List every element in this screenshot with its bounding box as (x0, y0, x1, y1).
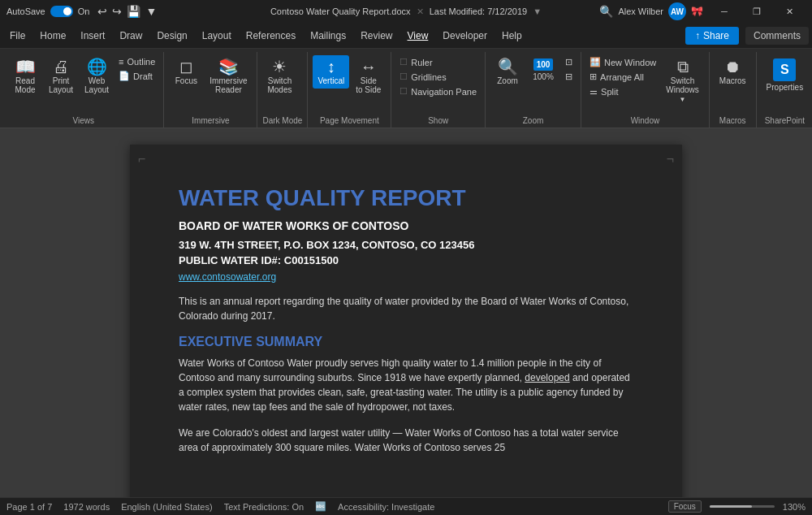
immersive-reader-button[interactable]: 📚 ImmersiveReader (205, 55, 252, 97)
side-to-side-button[interactable]: ↔ Sideto Side (351, 55, 386, 97)
sharepoint-content: S Properties (762, 52, 809, 115)
properties-icon: S (773, 58, 796, 81)
outline-button[interactable]: ≡ Outline (115, 55, 158, 68)
side-to-side-label: Sideto Side (356, 76, 381, 94)
draft-button[interactable]: 📄 Draft (115, 69, 158, 83)
modified-arrow: ▼ (533, 6, 542, 16)
focus-status-label: Focus (674, 502, 696, 511)
menu-help[interactable]: Help (495, 27, 529, 45)
gridlines-checkbox[interactable]: ☐ Gridlines (396, 70, 480, 84)
window-small-group: 🪟 New Window ⊞ Arrange All ⚌ Split (586, 55, 659, 98)
menu-mailings[interactable]: Mailings (304, 27, 352, 45)
save-icon[interactable]: 💾 (127, 5, 140, 18)
properties-label: Properties (767, 83, 804, 92)
navigation-pane-checkbox[interactable]: ☐ Navigation Pane (396, 84, 480, 98)
window-controls: ─ ❐ ✕ (708, 0, 806, 23)
new-window-button[interactable]: 🪟 New Window (586, 55, 659, 69)
gridlines-label: Gridlines (411, 72, 446, 82)
web-layout-button[interactable]: 🌐 WebLayout (80, 55, 114, 97)
arrange-all-button[interactable]: ⊞ Arrange All (586, 70, 659, 84)
dark-mode-label: Dark Mode (262, 115, 302, 128)
menu-references[interactable]: References (240, 27, 302, 45)
read-mode-button[interactable]: 📖 ReadMode (8, 55, 42, 97)
undo-icon[interactable]: ↩ (97, 5, 107, 18)
menu-insert[interactable]: Insert (74, 27, 111, 45)
macros-button[interactable]: ⏺ Macros (715, 55, 751, 89)
exec-underline: developed (525, 372, 569, 383)
word-count: 1972 words (63, 502, 110, 512)
document-subtitle: BOARD OF WATER WORKS OF CONTOSO (179, 219, 633, 232)
zoom-fill (710, 505, 752, 508)
zoom-button[interactable]: 🔍 Zoom (490, 55, 525, 89)
restore-button[interactable]: ❐ (741, 0, 773, 23)
macros-icon: ⏺ (724, 58, 741, 75)
menu-design[interactable]: Design (150, 27, 193, 45)
ribbon-group-zoom: 🔍 Zoom 100 100% ⊡ ⊟ Zoom (486, 52, 581, 128)
one-page-icon: ⊡ (565, 57, 572, 67)
menu-file[interactable]: File (3, 27, 32, 45)
zoom-100-button[interactable]: 100 100% (526, 55, 560, 84)
close-button[interactable]: ✕ (773, 0, 806, 23)
autosave-toggle[interactable] (50, 6, 73, 17)
minimize-button[interactable]: ─ (708, 0, 741, 23)
title-bar-left: AutoSave On ↩ ↪ 💾 ▼ (6, 5, 157, 18)
split-button[interactable]: ⚌ Split (586, 84, 659, 98)
read-mode-label: ReadMode (15, 76, 35, 94)
arrange-all-label: Arrange All (600, 72, 644, 82)
language[interactable]: English (United States) (121, 502, 213, 512)
document-pubid: PUBLIC WATER ID#: C00151500 (179, 254, 633, 266)
title-search-icon[interactable]: 🔍 (599, 5, 613, 18)
show-checkboxes: ☐ Ruler ☐ Gridlines ☐ Navigation Pane (396, 55, 480, 98)
menu-layout[interactable]: Layout (196, 27, 238, 45)
draft-icon: 📄 (119, 71, 130, 81)
text-predictions[interactable]: Text Predictions: On (224, 502, 304, 512)
one-page-button[interactable]: ⊡ (562, 55, 576, 69)
gridlines-check-icon: ☐ (400, 71, 408, 82)
comments-label: Comments (754, 30, 801, 41)
properties-button[interactable]: S Properties (762, 55, 809, 95)
title-bar-right: 🔍 Alex Wilber AW 🎀 ─ ❐ ✕ (599, 0, 806, 23)
document-website[interactable]: www.contosowater.org (179, 271, 633, 283)
share-button[interactable]: ↑ Share (685, 27, 739, 45)
ribbon-group-macros: ⏺ Macros Macros (710, 52, 757, 128)
comments-button[interactable]: Comments (745, 27, 809, 45)
redo-icon[interactable]: ↪ (112, 5, 122, 18)
document-page: ⌐ ¬ WATER QUALITY REPORT BOARD OF WATER … (130, 145, 682, 497)
exec-body-3: We are Colorado's oldest and largest wat… (179, 426, 633, 455)
vertical-button[interactable]: ↕ Vertical (313, 55, 349, 89)
switch-windows-button[interactable]: ⧉ SwitchWindows ▼ (661, 55, 704, 106)
outline-label: Outline (127, 57, 155, 67)
ruler-checkbox[interactable]: ☐ Ruler (396, 55, 480, 69)
focus-button[interactable]: ◻ Focus (169, 55, 203, 89)
print-layout-button[interactable]: 🖨 PrintLayout (44, 55, 78, 97)
menu-home[interactable]: Home (33, 27, 72, 45)
ribbon-group-views: 📖 ReadMode 🖨 PrintLayout 🌐 WebLayout ≡ O… (3, 52, 164, 128)
ribbon-group-page-movement: ↕ Vertical ↔ Sideto Side Page Movement (308, 52, 391, 128)
zoom-slider[interactable] (710, 505, 775, 508)
ruler-label: Ruler (411, 58, 432, 67)
multiple-pages-button[interactable]: ⊟ (562, 70, 576, 84)
share-label: Share (703, 30, 729, 41)
switch-modes-icon: ☀ (272, 58, 287, 75)
focus-status-button[interactable]: Focus (668, 500, 702, 513)
navigation-pane-check-icon: ☐ (400, 86, 408, 97)
switch-modes-button[interactable]: ☀ SwitchModes (262, 55, 296, 97)
multiple-pages-icon: ⊟ (565, 71, 572, 82)
menu-draw[interactable]: Draw (113, 27, 149, 45)
accessibility-label[interactable]: Accessibility: Investigate (338, 502, 434, 512)
side-to-side-icon: ↔ (361, 58, 377, 75)
print-layout-icon: 🖨 (53, 58, 69, 75)
filename-separator: ✕ (417, 6, 426, 16)
show-content: ☐ Ruler ☐ Gridlines ☐ Navigation Pane (396, 52, 480, 115)
zoom-100-badge: 100 (533, 58, 554, 71)
ribbon-icon[interactable]: 🎀 (691, 6, 703, 17)
menu-view[interactable]: View (401, 27, 435, 45)
vertical-icon: ↕ (327, 58, 335, 75)
user-avatar[interactable]: AW (668, 2, 686, 20)
zoom-label: Zoom (497, 76, 518, 85)
outline-icon: ≡ (119, 57, 123, 67)
customize-icon[interactable]: ▼ (145, 5, 157, 18)
filename: Contoso Water Quality Report.docx (270, 6, 411, 16)
menu-developer[interactable]: Developer (436, 27, 494, 45)
menu-review[interactable]: Review (354, 27, 399, 45)
